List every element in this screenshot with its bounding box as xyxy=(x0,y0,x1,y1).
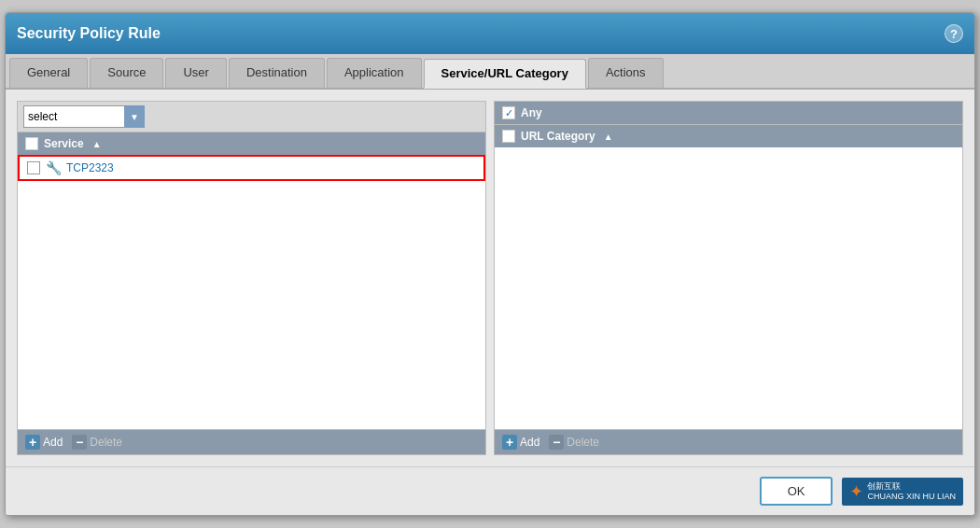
dialog-footer: OK ✦ 创新互联CHUANG XIN HU LIAN xyxy=(6,466,974,515)
tab-bar: General Source User Destination Applicat… xyxy=(6,54,974,90)
url-category-header-checkbox[interactable] xyxy=(502,130,515,143)
service-panel: ▼ Service ▲ 🔧 TCP2323 xyxy=(17,101,486,455)
content-area: ▼ Service ▲ 🔧 TCP2323 xyxy=(6,90,974,466)
tab-service-url[interactable]: Service/URL Category xyxy=(424,59,586,89)
service-add-button[interactable]: + Add xyxy=(25,435,63,450)
any-checkbox[interactable] xyxy=(502,106,515,119)
tab-destination[interactable]: Destination xyxy=(229,58,325,88)
dropdown-arrow-icon[interactable]: ▼ xyxy=(124,105,145,128)
tab-user[interactable]: User xyxy=(165,58,226,88)
service-dropdown-wrapper: ▼ xyxy=(23,105,145,128)
any-row: Any xyxy=(495,102,962,125)
add-plus-icon: + xyxy=(25,435,40,450)
tab-source[interactable]: Source xyxy=(90,58,163,88)
service-header-label: Service xyxy=(44,137,84,150)
service-toolbar: ▼ xyxy=(18,102,485,132)
delete-minus-icon: − xyxy=(72,435,87,450)
service-list: 🔧 TCP2323 xyxy=(18,155,485,429)
url-category-sort-arrow[interactable]: ▲ xyxy=(604,132,613,142)
tab-general[interactable]: General xyxy=(9,58,88,88)
service-panel-header: Service ▲ xyxy=(18,132,485,155)
service-row-label: TCP2323 xyxy=(66,161,114,174)
url-category-add-button[interactable]: + Add xyxy=(502,435,539,450)
brand-logo: ✦ 创新互联CHUANG XIN HU LIAN xyxy=(842,478,963,506)
service-sort-arrow[interactable]: ▲ xyxy=(92,139,102,149)
url-category-delete-button[interactable]: − Delete xyxy=(549,435,599,450)
service-row-tcp2323[interactable]: 🔧 TCP2323 xyxy=(18,155,485,181)
panels-row: ▼ Service ▲ 🔧 TCP2323 xyxy=(17,101,963,455)
ok-button[interactable]: OK xyxy=(760,477,833,506)
url-category-panel-header: URL Category ▲ xyxy=(495,125,962,147)
service-delete-button[interactable]: − Delete xyxy=(72,435,122,450)
service-delete-label: Delete xyxy=(90,436,122,449)
brand-text: 创新互联CHUANG XIN HU LIAN xyxy=(867,481,956,502)
service-add-label: Add xyxy=(43,436,63,449)
url-delete-minus-icon: − xyxy=(549,435,564,450)
url-add-plus-icon: + xyxy=(502,435,517,450)
security-policy-rule-dialog: Security Policy Rule ? General Source Us… xyxy=(5,12,975,516)
any-label: Any xyxy=(521,106,542,119)
service-row-checkbox[interactable] xyxy=(27,161,40,174)
url-category-add-label: Add xyxy=(520,436,539,449)
dialog-title: Security Policy Rule xyxy=(17,25,161,42)
url-category-list xyxy=(495,147,962,429)
tab-application[interactable]: Application xyxy=(327,58,422,88)
url-category-panel: Any URL Category ▲ + Add xyxy=(494,101,963,455)
tab-actions[interactable]: Actions xyxy=(588,58,664,88)
url-category-panel-footer: + Add − Delete xyxy=(495,429,962,454)
service-header-checkbox[interactable] xyxy=(25,137,38,150)
help-icon[interactable]: ? xyxy=(945,24,963,43)
url-category-header-label: URL Category xyxy=(521,130,595,143)
dialog-header: Security Policy Rule ? xyxy=(6,13,974,54)
url-category-delete-label: Delete xyxy=(567,436,599,449)
service-panel-footer: + Add − Delete xyxy=(18,429,485,454)
wrench-icon: 🔧 xyxy=(46,160,61,175)
brand-icon: ✦ xyxy=(849,481,863,502)
